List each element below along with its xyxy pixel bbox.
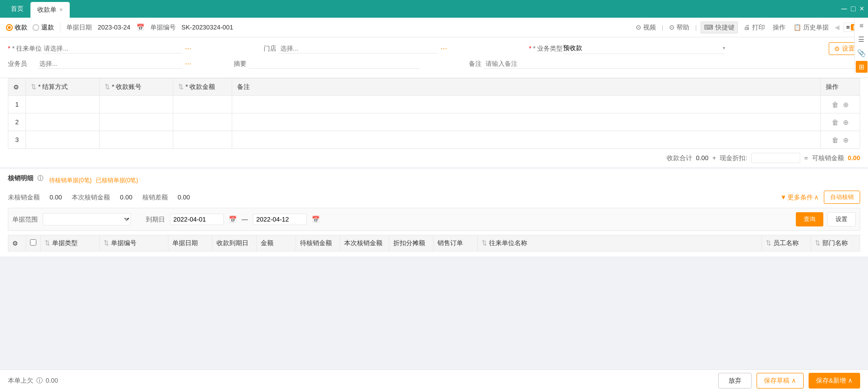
- payment-type-group: 收款 退款: [6, 23, 54, 32]
- draft-arrow-icon: ∧: [791, 377, 796, 384]
- settings-icon: ⚙: [13, 84, 19, 91]
- discount-label: 现金折扣:: [720, 154, 747, 163]
- customer-input[interactable]: [42, 44, 182, 54]
- lower-table: ⚙ ⇅ 单据类型 ⇅ 单据编号 单据日期: [8, 235, 860, 251]
- staff-field: 业务员 ···: [8, 59, 194, 69]
- toolbar-divider-1: [60, 23, 60, 32]
- row-3-payment[interactable]: [26, 131, 100, 149]
- info-icon[interactable]: ⓘ: [37, 174, 43, 183]
- minimize-icon[interactable]: ─: [841, 4, 847, 13]
- sort-icon: ⇅: [31, 83, 38, 90]
- row-1-account[interactable]: [100, 96, 173, 113]
- shortcuts-icon: ⌨: [704, 24, 713, 31]
- staff-input[interactable]: [37, 59, 182, 69]
- tab-receipt[interactable]: 收款单 ×: [30, 2, 70, 18]
- row-3-copy-icon[interactable]: ⊕: [843, 136, 849, 144]
- range-select[interactable]: [43, 213, 131, 225]
- cal-from-icon[interactable]: 📅: [229, 216, 237, 223]
- print-btn[interactable]: 🖨 打印: [742, 22, 767, 33]
- video-icon: ⊙: [636, 24, 641, 31]
- pending-tab[interactable]: 待核销单据(0笔): [49, 176, 96, 185]
- panel-icon-4[interactable]: ⊞: [856, 61, 868, 73]
- panel-icon-2[interactable]: ☰: [856, 33, 868, 45]
- history-btn[interactable]: 📋 历史单据: [791, 22, 831, 33]
- row-3-amount[interactable]: [173, 131, 232, 149]
- date-value[interactable]: 2023-03-24: [98, 24, 131, 31]
- equals-sign: =: [804, 154, 808, 162]
- row-2-delete-icon[interactable]: 🗑: [832, 118, 839, 126]
- discount-input[interactable]: [751, 153, 800, 163]
- row-1-copy-icon[interactable]: ⊕: [843, 101, 849, 109]
- close-icon[interactable]: ×: [860, 4, 864, 13]
- sort-icon-lt1: ⇅: [45, 239, 52, 247]
- help-btn[interactable]: ⊙ 帮助: [667, 22, 691, 33]
- tab-close-icon[interactable]: ×: [59, 6, 63, 13]
- row-3-remark[interactable]: [232, 131, 821, 149]
- diff-value: 0.00: [178, 194, 190, 201]
- row-2-actions: 🗑 ⊕: [821, 113, 860, 131]
- number-label: 单据编号: [150, 23, 176, 32]
- footer-right: 放弃 保存草稿 ∧ 保存&新增 ∧: [718, 373, 860, 389]
- lower-col-settings[interactable]: ⚙: [8, 235, 26, 251]
- row-2-payment[interactable]: [26, 113, 100, 131]
- col-settings[interactable]: ⚙: [8, 79, 26, 96]
- row-1-payment[interactable]: [26, 96, 100, 113]
- store-input[interactable]: [278, 44, 438, 54]
- save-new-btn[interactable]: 保存&新增 ∧: [809, 373, 860, 389]
- help-icon: ⊙: [669, 24, 675, 31]
- abandon-btn[interactable]: 放弃: [718, 373, 752, 389]
- save-draft-btn[interactable]: 保存草稿 ∧: [757, 373, 804, 389]
- due-date-to[interactable]: [253, 214, 307, 225]
- query-btn[interactable]: 查询: [796, 212, 823, 226]
- remark-label: 备注: [469, 59, 484, 68]
- current-verify-value: 0.00: [120, 194, 132, 201]
- shortcuts-btn[interactable]: ⌨ 快捷键: [701, 22, 738, 33]
- row-3-delete-icon[interactable]: 🗑: [832, 136, 839, 144]
- maximize-icon[interactable]: □: [851, 4, 856, 13]
- business-type-arrow[interactable]: ▾: [723, 45, 725, 51]
- col-amount-header: ⇅ * 收款金额: [173, 79, 232, 96]
- cal-to-icon[interactable]: 📅: [312, 216, 320, 223]
- col-payment-header: ⇅ * 结算方式: [26, 79, 100, 96]
- row-2-remark[interactable]: [232, 113, 821, 131]
- radio-shoukuan[interactable]: 收款: [6, 23, 27, 32]
- summary-input[interactable]: [248, 59, 420, 69]
- lower-table-header: ⚙ ⇅ 单据类型 ⇅ 单据编号 单据日期: [8, 235, 860, 251]
- row-3-account[interactable]: [100, 131, 173, 149]
- completed-tab[interactable]: 已核销单据(0笔): [96, 176, 142, 185]
- panel-icon-1[interactable]: ≡: [856, 20, 868, 31]
- row-1-amount[interactable]: [173, 96, 232, 113]
- footer: 本单上欠 ⓘ 0.00 放弃 保存草稿 ∧ 保存&新增 ∧: [0, 369, 868, 391]
- tab-bar: 首页 收款单 × ─ □ ×: [0, 0, 868, 18]
- calendar-icon[interactable]: 📅: [136, 24, 144, 31]
- current-verify-label: 本次核销金额: [72, 193, 110, 202]
- row-1-delete-icon[interactable]: 🗑: [832, 101, 839, 109]
- row-2-copy-icon[interactable]: ⊕: [843, 118, 849, 126]
- video-btn[interactable]: ⊙ 视频: [634, 22, 658, 33]
- panel-icon-3[interactable]: 📎: [856, 47, 868, 59]
- radio-tuikuan-dot: [32, 24, 39, 31]
- tab-home[interactable]: 首页: [4, 0, 30, 18]
- auto-write-off-btn[interactable]: 自动核销: [824, 191, 860, 204]
- due-date-from[interactable]: [170, 214, 224, 225]
- lower-col-customer: ⇅ 往来单位名称: [478, 235, 762, 251]
- remark-input[interactable]: [484, 59, 860, 69]
- prev-icon[interactable]: ⓘ: [36, 376, 43, 385]
- lower-col-sales: 销售订单: [434, 235, 478, 251]
- row-2-amount[interactable]: [173, 113, 232, 131]
- row-2-account[interactable]: [100, 113, 173, 131]
- staff-more-btn[interactable]: ···: [182, 59, 194, 68]
- store-more-btn[interactable]: ···: [437, 44, 450, 53]
- row-1-remark[interactable]: [232, 96, 821, 113]
- nav-left-icon[interactable]: ◀: [835, 24, 840, 31]
- sort-icon3: ⇅: [178, 83, 186, 90]
- radio-tuikuan[interactable]: 退款: [32, 23, 54, 32]
- main-scroll-area: * 往来单位 ··· 门店 ··· * 业务类型 预收款 ▾: [0, 37, 868, 369]
- operations-btn[interactable]: 操作: [771, 22, 787, 33]
- select-all-checkbox[interactable]: [30, 239, 36, 246]
- right-panel: ≡ ☰ 📎 ⊞: [854, 18, 868, 75]
- more-filter-btn[interactable]: ▼ 更多条件 ∧: [780, 193, 819, 202]
- summary-row: 收款合计 0.00 + 现金折扣: = 可核销金额 0.00: [0, 149, 868, 169]
- customer-more-btn[interactable]: ···: [182, 44, 194, 53]
- query-settings-btn[interactable]: 设置: [827, 212, 856, 226]
